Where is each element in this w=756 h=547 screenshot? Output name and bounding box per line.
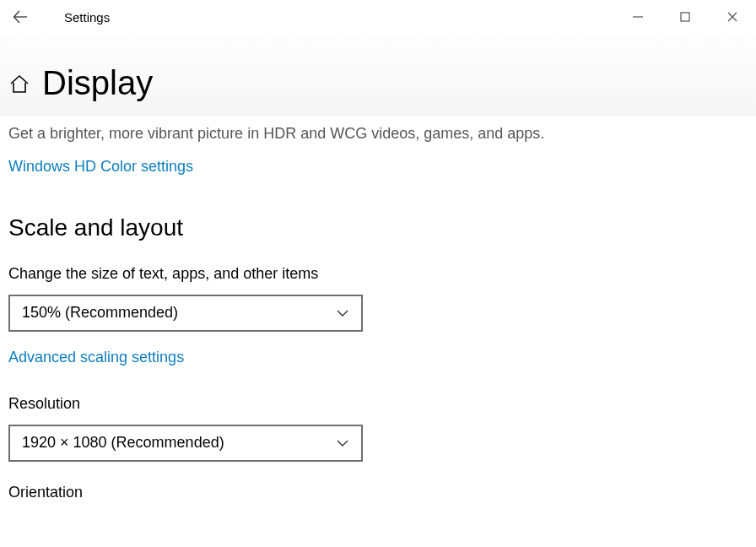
scale-dropdown-value: 150% (Recommended) [22,304,178,322]
hd-color-settings-link[interactable]: Windows HD Color settings [8,158,193,176]
scale-dropdown[interactable]: 150% (Recommended) [8,295,363,332]
resolution-label: Resolution [8,395,582,413]
minimize-button[interactable] [614,0,662,34]
minimize-icon [632,11,644,23]
back-button[interactable] [0,0,40,34]
resolution-dropdown[interactable]: 1920 × 1080 (Recommended) [8,425,363,462]
chevron-down-icon [336,439,349,447]
advanced-scaling-link[interactable]: Advanced scaling settings [8,349,184,366]
app-title: Settings [64,10,110,24]
page-title: Display [42,64,153,102]
scale-layout-heading: Scale and layout [8,214,582,241]
content-area: Get a brighter, more vibrant picture in … [0,116,591,522]
maximize-button[interactable] [662,0,709,34]
hdr-description: Get a brighter, more vibrant picture in … [8,122,548,146]
home-icon[interactable] [8,73,30,95]
chevron-down-icon [336,309,349,317]
resolution-dropdown-value: 1920 × 1080 (Recommended) [22,434,224,452]
svg-rect-1 [681,13,689,21]
back-arrow-icon [13,9,28,24]
header-area: Display [0,34,756,116]
maximize-icon [679,11,691,23]
scale-field-label: Change the size of text, apps, and other… [8,265,582,283]
window-controls [614,0,756,34]
titlebar: Settings [0,0,756,34]
orientation-label: Orientation [8,484,582,501]
close-icon [726,11,738,23]
close-button[interactable] [709,0,756,34]
